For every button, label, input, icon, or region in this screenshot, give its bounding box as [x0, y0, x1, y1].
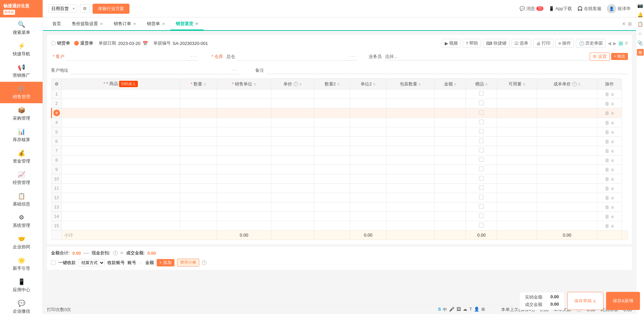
qty2-cell[interactable]	[314, 127, 350, 137]
radio-delivery[interactable]: 销货单	[51, 40, 70, 46]
amount-cell[interactable]	[435, 155, 466, 165]
history-btn[interactable]: 🕐 历史单据	[576, 39, 606, 48]
copy-row-icon[interactable]: ⊕	[611, 224, 614, 229]
price-cell[interactable]	[271, 146, 314, 155]
quantity-cell[interactable]	[180, 137, 217, 146]
pack-qty-cell[interactable]	[386, 202, 435, 212]
delete-row-icon[interactable]: 🗑	[605, 214, 609, 219]
product-cell[interactable]	[62, 108, 180, 118]
account-dots[interactable]: ···	[139, 260, 143, 265]
gift-cell[interactable]	[466, 89, 497, 99]
unit-cell[interactable]	[217, 89, 271, 99]
unit-cell[interactable]	[217, 184, 271, 193]
save-draft-button[interactable]: 保存草稿 ∧	[567, 292, 603, 310]
unit2-cell[interactable]	[350, 221, 386, 231]
quantity-cell[interactable]	[180, 221, 217, 231]
copy-row-icon[interactable]: ⊕	[611, 158, 614, 163]
logistics-button[interactable]: + 物流	[611, 53, 628, 60]
app-download-item[interactable]: 📱 App下载	[549, 6, 572, 12]
delete-row-icon[interactable]: 🗑	[605, 110, 609, 116]
print-btn[interactable]: 🖨 打印	[533, 39, 553, 48]
quantity-cell[interactable]	[180, 184, 217, 193]
unit-cell[interactable]	[217, 202, 271, 212]
tool-mic[interactable]: 🎤	[449, 307, 454, 313]
amount-cell[interactable]	[435, 165, 466, 174]
copy-row-icon[interactable]: ⊕	[611, 92, 614, 97]
sidebar-item-wechat[interactable]: 💬 企业微信	[0, 296, 43, 314]
settings-button[interactable]: ⚙ 设置	[590, 53, 609, 61]
qty2-cell[interactable]	[314, 118, 350, 127]
layout-grid-icon[interactable]: ⊞	[619, 40, 623, 47]
gift-checkbox[interactable]	[479, 204, 484, 209]
unit2-cell[interactable]	[350, 165, 386, 174]
tab-close-sales-delivery[interactable]: ✕	[162, 22, 165, 26]
pack-qty-cell[interactable]	[386, 165, 435, 174]
product-cell[interactable]	[62, 165, 180, 174]
product-cell[interactable]	[62, 89, 180, 99]
gift-checkbox[interactable]	[479, 185, 484, 190]
available-cell[interactable]	[497, 118, 537, 127]
unit-cell[interactable]	[217, 127, 271, 137]
payment-method-select[interactable]: 结算方式	[78, 259, 105, 266]
unit2-cell[interactable]	[350, 108, 386, 118]
sidebar-item-basic[interactable]: 📋 基础信息	[0, 189, 43, 210]
price-cell[interactable]	[271, 137, 314, 146]
delete-row-icon[interactable]: 🗑	[605, 223, 609, 229]
delete-row-icon[interactable]: 🗑	[605, 195, 609, 200]
pack-qty-cell[interactable]	[386, 127, 435, 137]
product-cell[interactable]	[62, 193, 180, 202]
cost-price-cell[interactable]	[537, 174, 597, 184]
available-cell[interactable]	[497, 89, 537, 99]
rp-attachment[interactable]: 📎	[637, 40, 644, 46]
pack-qty-cell[interactable]	[386, 174, 435, 184]
quantity-cell[interactable]	[180, 155, 217, 165]
cost-price-cell[interactable]	[537, 202, 597, 212]
video-btn[interactable]: ▶ 视频	[442, 39, 461, 48]
copy-row-icon[interactable]: ⊕	[611, 177, 614, 182]
pack-qty-cell[interactable]	[386, 137, 435, 146]
unit-cell[interactable]	[217, 165, 271, 174]
sidebar-item-purchase[interactable]: 📦 采购管理	[0, 103, 43, 125]
unit2-cell[interactable]	[350, 193, 386, 202]
qty2-cell[interactable]	[314, 108, 350, 118]
price-cell[interactable]	[271, 108, 314, 118]
price-cell[interactable]	[271, 184, 314, 193]
cost-info-icon[interactable]: ?	[572, 82, 577, 86]
gift-cell[interactable]	[466, 137, 497, 146]
gift-checkbox[interactable]	[479, 110, 484, 115]
price-cell[interactable]	[271, 155, 314, 165]
product-input[interactable]	[63, 111, 178, 116]
sidebar-item-appstore[interactable]: 📱 应用中心	[0, 275, 43, 296]
pack-qty-cell[interactable]	[386, 221, 435, 231]
product-cell[interactable]	[62, 174, 180, 184]
quantity-cell[interactable]	[180, 108, 217, 118]
copy-row-icon[interactable]: ⊕	[611, 168, 614, 172]
amount-cell[interactable]	[435, 212, 466, 221]
amount-cell[interactable]	[435, 127, 466, 137]
delete-row-icon[interactable]: 🗑	[605, 120, 609, 125]
product-cell[interactable]	[62, 146, 180, 155]
available-cell[interactable]	[497, 137, 537, 146]
price-cell[interactable]	[271, 118, 314, 127]
quantity-cell[interactable]	[180, 99, 217, 108]
th-settings[interactable]: ⚙	[52, 79, 62, 89]
unit-cell[interactable]	[217, 155, 271, 165]
address-input[interactable]: ···	[70, 66, 239, 74]
cost-price-cell[interactable]	[537, 127, 597, 137]
sidebar-item-finance[interactable]: 💰 资金管理	[0, 146, 43, 168]
calendar-icon[interactable]: 📅	[143, 41, 148, 46]
qty2-cell[interactable]	[314, 99, 350, 108]
amount-cell[interactable]	[435, 184, 466, 193]
unit2-cell[interactable]	[350, 174, 386, 184]
topbar-gear-button[interactable]: ⚙	[80, 4, 90, 13]
nav-prev-icon[interactable]: ◀	[608, 41, 611, 46]
discount-info-icon[interactable]: ?	[113, 251, 118, 255]
unit-cell[interactable]	[217, 221, 271, 231]
tab-menu-icon[interactable]: ⊞	[628, 21, 632, 26]
cost-price-cell[interactable]	[537, 155, 597, 165]
tab-sales-order[interactable]: 销售订单 ✕	[108, 18, 142, 30]
unit-cell[interactable]	[217, 146, 271, 155]
select-btn[interactable]: ☑ 选单	[512, 39, 531, 48]
tool-t[interactable]: T	[469, 307, 472, 313]
sidebar-item-enterprise[interactable]: 🤝 企业协同	[0, 232, 43, 253]
